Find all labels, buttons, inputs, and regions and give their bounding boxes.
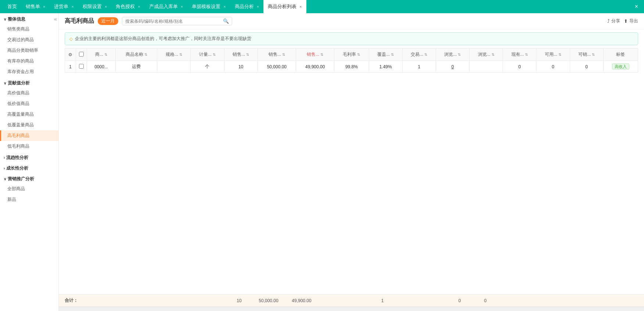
sidebar-item-all-goods[interactable]: 全部商品 [0,184,58,194]
sort-code-icon: ⇅ [104,53,107,57]
th-coverage[interactable]: 覆盖... ⇅ [369,48,402,61]
search-input[interactable] [125,19,222,24]
table-row: 1 0000... 运费 个 10 50,000.00 49,900.00 99… [65,61,638,73]
close-purchase-order[interactable]: × [71,4,73,9]
sort-saleable-stock-icon: ⇅ [592,53,595,57]
th-current-stock[interactable]: 现有... ⇅ [503,48,536,61]
close-all-button[interactable]: × [632,3,641,10]
nav-purchase-order[interactable]: 进货单 × [50,0,78,13]
nav-sales-order[interactable]: 销售单 × [21,0,50,13]
settings-icon[interactable]: ⚙ [68,52,72,57]
footer-label: 合计： [65,297,87,304]
row-name[interactable]: 运费 [116,61,157,73]
share-button[interactable]: ⤴ 分享 [607,18,620,24]
th-sales-profit[interactable]: 销售... ⇅ [296,48,334,61]
info-icon: ◇ [69,36,73,41]
marketing-group-arrow: ∨ [4,177,6,181]
sidebar-item-low-coverage[interactable]: 低覆盖量商品 [0,120,58,130]
row-checkbox[interactable] [79,64,84,69]
sidebar-item-high-value[interactable]: 高价值商品 [0,88,58,98]
sidebar-item-inventory-capital[interactable]: 库存资金占用 [0,66,58,77]
sort-name-icon: ⇅ [144,53,147,57]
th-available-stock[interactable]: 可用... ⇅ [536,48,570,61]
sidebar-item-high-margin[interactable]: 高毛利商品 [0,130,58,141]
trend-group-arrow: › [4,156,5,160]
th-checkbox[interactable] [76,48,87,61]
sidebar-group-overall[interactable]: ∨ 整体信息 [0,13,58,24]
row-code[interactable]: 0000... [87,61,116,73]
nav-template-settings[interactable]: 单据模板设置 × [187,0,230,13]
sidebar: « ∨ 整体信息 销售类商品 交易过的商品 商品分类助销率 有库存的商品 库存资… [0,13,59,311]
sidebar-group-growth[interactable]: › 成长性分析 [0,162,58,173]
sidebar-collapse-button[interactable]: « [54,16,57,22]
contribution-group-arrow: ∨ [4,81,6,85]
sidebar-item-in-stock-goods[interactable]: 有库存的商品 [0,56,58,66]
overall-group-arrow: ∨ [4,17,6,21]
row-sales-qty: 10 [224,61,258,73]
search-icon[interactable]: 🔍 [223,18,229,24]
select-all-checkbox[interactable] [79,52,84,57]
row-sales-profit: 49,900.00 [296,61,334,73]
sort-sales-amount-icon: ⇅ [282,53,285,57]
th-name[interactable]: 商品名称 ⇅ [116,48,157,61]
th-sales-amount[interactable]: 销售... ⇅ [258,48,296,61]
close-permission-settings[interactable]: × [105,4,107,9]
sort-current-stock-icon: ⇅ [525,53,528,57]
footer-sales-qty: 10 [226,298,252,303]
horizontal-scrollbar[interactable] [59,307,644,311]
views1-link[interactable]: 0 [451,64,454,69]
nav-product-inbound[interactable]: 产成品入库单 × [145,0,187,13]
footer-sales-amount: 50,000.00 [252,298,285,303]
th-transactions[interactable]: 交易... ⇅ [402,48,436,61]
close-product-analysis[interactable]: × [257,4,259,9]
search-box[interactable]: 🔍 [122,17,232,25]
export-button[interactable]: ⬆ 导出 [624,18,638,24]
sort-unit-icon: ⇅ [213,53,216,57]
sidebar-item-category-sales-rate[interactable]: 商品分类助销率 [0,45,58,56]
nav-permission-settings[interactable]: 权限设置 × [78,0,111,13]
sidebar-item-high-coverage[interactable]: 高覆盖量商品 [0,109,58,120]
row-gross-margin: 99.8% [334,61,369,73]
th-views2[interactable]: 浏览... ⇅ [469,48,503,61]
th-settings[interactable]: ⚙ [65,48,76,61]
nav-role-auth[interactable]: 角色授权 × [111,0,144,13]
row-checkbox-cell[interactable] [76,61,87,73]
th-sales-qty[interactable]: 销售... ⇅ [224,48,258,61]
sort-available-stock-icon: ⇅ [558,53,561,57]
sidebar-group-trend[interactable]: › 流趋性分析 [0,152,58,162]
th-saleable-stock[interactable]: 可销... ⇅ [570,48,603,61]
sort-sales-qty-icon: ⇅ [246,53,249,57]
nav-home[interactable]: 首页 [3,0,21,13]
sidebar-item-low-margin[interactable]: 低毛利商品 [0,141,58,152]
footer-sales-profit: 49,900.00 [285,298,318,303]
sort-views2-icon: ⇅ [492,53,494,57]
th-spec[interactable]: 规格... ⇅ [157,48,191,61]
share-icon: ⤴ [607,18,610,24]
sidebar-item-sales-goods[interactable]: 销售类商品 [0,24,58,35]
close-product-analysis-list[interactable]: × [299,4,302,9]
sort-coverage-icon: ⇅ [391,53,394,57]
close-product-inbound[interactable]: × [181,4,183,9]
product-table: ⚙ 商... ⇅ 商品名称 [65,48,638,73]
th-gross-margin[interactable]: 毛利率 ⇅ [334,48,369,61]
sidebar-item-low-value[interactable]: 低价值商品 [0,98,58,109]
close-template-settings[interactable]: × [223,4,226,9]
th-views1[interactable]: 浏览... ⇅ [436,48,469,61]
top-navigation: 首页 销售单 × 进货单 × 权限设置 × 角色授权 × 产成品入库单 × 单据… [0,0,644,13]
th-unit[interactable]: 计量... ⇅ [191,48,224,61]
close-role-auth[interactable]: × [138,4,140,9]
nav-product-analysis[interactable]: 商品分析 × [230,0,263,13]
row-views1[interactable]: 0 [436,61,469,73]
sidebar-item-new-goods[interactable]: 新品 [0,194,58,205]
nav-product-analysis-list[interactable]: 商品分析列表 × [263,0,306,13]
close-sales-order[interactable]: × [43,4,45,9]
filter-recent-month-button[interactable]: 近一月 [98,17,118,25]
th-code[interactable]: 商... ⇅ [87,48,116,61]
sidebar-group-marketing[interactable]: ∨ 营销推广分析 [0,173,58,184]
sort-gross-margin-icon: ⇅ [357,53,360,57]
sort-sales-profit-icon: ⇅ [320,53,323,57]
row-views2 [469,61,503,73]
sidebar-item-traded-goods[interactable]: 交易过的商品 [0,35,58,45]
sidebar-group-contribution[interactable]: ∨ 贡献值分析 [0,77,58,88]
th-tag[interactable]: 标签 [603,48,638,61]
